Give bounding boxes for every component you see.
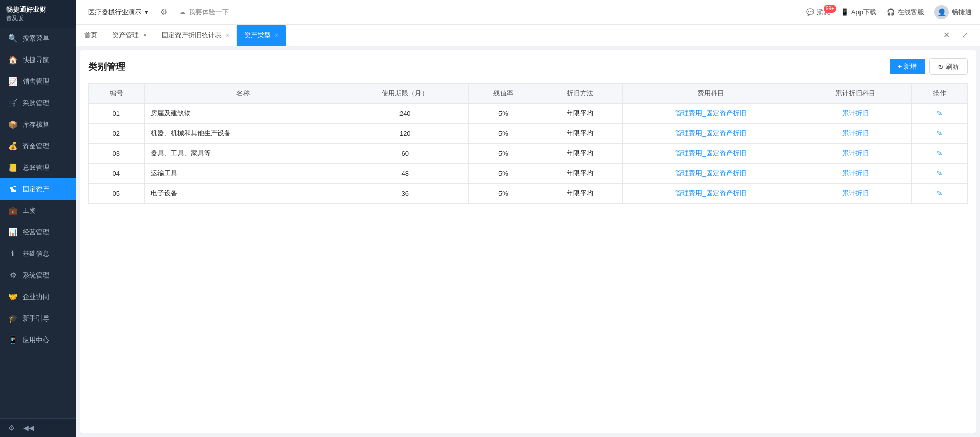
sidebar-item-ledger[interactable]: 📒 总账管理 <box>0 157 76 178</box>
row-id: 01 <box>89 104 145 124</box>
download-icon: 📱 <box>841 8 849 16</box>
tab-close-asset_type[interactable]: × <box>275 32 278 39</box>
row-action[interactable]: ✎ <box>912 164 968 184</box>
capital-icon: 💰 <box>8 142 17 151</box>
company-selector[interactable]: 医疗器械行业演示 ▾ <box>84 6 152 19</box>
row-action[interactable]: ✎ <box>912 104 968 124</box>
tab-asset_mgmt[interactable]: 资产管理× <box>105 25 154 46</box>
sidebar-item-sales[interactable]: 📈 销售管理 <box>0 71 76 92</box>
trial-label: 我要体验一下 <box>189 8 229 17</box>
sidebar-item-enterprise[interactable]: 🤝 企业协同 <box>0 286 76 308</box>
page-content: 类别管理 + 新增 ↻ 刷新 编号名称使用期限（月）残值率折旧方法费用科目累计折… <box>80 50 976 433</box>
row-id: 05 <box>89 184 145 204</box>
sidebar-item-label-ledger: 总账管理 <box>23 163 49 172</box>
tabs-actions: ✕ ⤢ <box>939 28 972 43</box>
sidebar-item-capital[interactable]: 💰 资金管理 <box>0 135 76 157</box>
sidebar-item-payroll[interactable]: 💼 工资 <box>0 200 76 222</box>
tab-asset_type[interactable]: 资产类型× <box>237 25 286 46</box>
sidebar-item-label-capital: 资金管理 <box>23 142 49 151</box>
row-id: 03 <box>89 144 145 164</box>
app-name: 畅捷通好业财 <box>6 5 70 14</box>
tab-depreciation_table[interactable]: 固定资产折旧统计表× <box>154 25 237 46</box>
edit-btn[interactable]: ✎ <box>936 109 943 117</box>
row-method: 年限平均 <box>538 144 622 164</box>
topbar-settings-btn[interactable]: ⚙ <box>156 5 171 19</box>
sidebar-settings-btn[interactable]: ⚙ <box>8 424 15 432</box>
trial-btn[interactable]: ☁ 我要体验一下 <box>175 6 233 19</box>
cloud-icon: ☁ <box>179 8 186 16</box>
edit-btn[interactable]: ✎ <box>936 129 943 137</box>
online-service-action[interactable]: 🎧 在线客服 <box>887 8 924 17</box>
sidebar-item-guide[interactable]: 🎓 新手引导 <box>0 308 76 329</box>
row-action[interactable]: ✎ <box>912 124 968 144</box>
col-header: 操作 <box>912 84 968 104</box>
row-expense-account: 管理费用_固定资产折旧 <box>622 104 799 124</box>
tab-home[interactable]: 首页 <box>84 25 105 46</box>
sidebar-item-label-system: 系统管理 <box>23 271 49 280</box>
topbar-left: 医疗器械行业演示 ▾ ⚙ ☁ 我要体验一下 <box>84 5 798 19</box>
sidebar-item-basic_info[interactable]: ℹ 基础信息 <box>0 243 76 265</box>
row-period: 240 <box>342 104 468 124</box>
sidebar-item-app_center[interactable]: 📱 应用中心 <box>0 329 76 351</box>
col-header: 编号 <box>89 84 145 104</box>
sidebar-item-purchase[interactable]: 🛒 采购管理 <box>0 92 76 114</box>
sidebar-item-label-purchase: 采购管理 <box>23 98 49 108</box>
sidebar-collapse-btn[interactable]: ◀◀ <box>23 424 34 432</box>
user-info[interactable]: 👤 畅捷通 <box>934 5 972 19</box>
edit-btn[interactable]: ✎ <box>936 169 943 177</box>
row-accumulated-account: 累计折旧 <box>799 144 912 164</box>
row-period: 60 <box>342 144 468 164</box>
new-button[interactable]: + 新增 <box>890 59 925 74</box>
sidebar-item-label-search: 搜索菜单 <box>23 34 49 43</box>
col-header: 残值率 <box>468 84 538 104</box>
row-accumulated-account: 累计折旧 <box>799 164 912 184</box>
header-actions: + 新增 ↻ 刷新 <box>890 58 968 75</box>
sidebar-item-label-sales: 销售管理 <box>23 77 49 86</box>
sidebar-bottom: ⚙ ◀◀ <box>0 418 76 437</box>
row-method: 年限平均 <box>538 164 622 184</box>
search-icon: 🔍 <box>8 34 17 43</box>
sidebar-item-business_mgmt[interactable]: 📊 经营管理 <box>0 222 76 243</box>
page-title: 类别管理 <box>88 61 125 73</box>
sales-icon: 📈 <box>8 77 17 86</box>
tab-close-window-btn[interactable]: ✕ <box>939 28 953 43</box>
row-name: 运输工具 <box>144 164 342 184</box>
enterprise-icon: 🤝 <box>8 292 17 302</box>
app-download-action[interactable]: 📱 App下载 <box>841 8 876 17</box>
inventory-icon: 📦 <box>8 120 17 129</box>
sidebar-item-quick_nav[interactable]: 🏠 快捷导航 <box>0 49 76 71</box>
business_mgmt-icon: 📊 <box>8 228 17 237</box>
row-residual: 5% <box>468 164 538 184</box>
col-header: 折旧方法 <box>538 84 622 104</box>
row-period: 120 <box>342 124 468 144</box>
tab-label-depreciation_table: 固定资产折旧统计表 <box>162 31 222 40</box>
sidebar-item-label-business_mgmt: 经营管理 <box>23 228 49 237</box>
col-header: 费用科目 <box>622 84 799 104</box>
refresh-icon: ↻ <box>938 63 944 71</box>
sidebar-item-fixed_assets[interactable]: 🏗 固定资产 <box>0 178 76 200</box>
refresh-button[interactable]: ↻ 刷新 <box>929 58 968 75</box>
sidebar-item-label-guide: 新手引导 <box>23 314 49 323</box>
row-expense-account: 管理费用_固定资产折旧 <box>622 184 799 204</box>
table-row: 02 机器、机械和其他生产设备 120 5% 年限平均 管理费用_固定资产折旧 … <box>89 124 968 144</box>
sidebar-item-inventory[interactable]: 📦 库存核算 <box>0 114 76 135</box>
row-method: 年限平均 <box>538 184 622 204</box>
tab-fullscreen-btn[interactable]: ⤢ <box>957 28 972 43</box>
app-version: 普及版 <box>6 14 70 22</box>
edit-btn[interactable]: ✎ <box>936 189 943 197</box>
app-logo: 畅捷通好业财 普及版 <box>0 0 76 28</box>
app-download-label: App下载 <box>851 8 876 17</box>
fixed_assets-icon: 🏗 <box>8 185 17 194</box>
tab-label-home: 首页 <box>84 31 97 40</box>
edit-btn[interactable]: ✎ <box>936 149 943 157</box>
sidebar-item-search[interactable]: 🔍 搜索菜单 <box>0 28 76 49</box>
system-icon: ⚙ <box>8 271 17 280</box>
row-action[interactable]: ✎ <box>912 144 968 164</box>
row-action[interactable]: ✎ <box>912 184 968 204</box>
message-action[interactable]: 💬 消息 99+ <box>806 8 830 17</box>
sidebar-item-label-app_center: 应用中心 <box>23 335 49 345</box>
sidebar-item-system[interactable]: ⚙ 系统管理 <box>0 265 76 286</box>
tab-close-asset_mgmt[interactable]: × <box>143 32 147 39</box>
refresh-label: 刷新 <box>946 62 959 71</box>
tab-close-depreciation_table[interactable]: × <box>226 32 229 39</box>
